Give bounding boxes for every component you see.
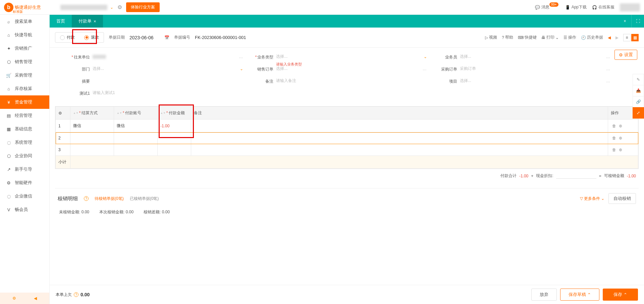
dept-select[interactable]: 选择...⌄ — [93, 66, 243, 73]
sidebar-item-marketing[interactable]: ✦营销推广 — [0, 42, 49, 55]
collapse-icon[interactable]: ◀ — [34, 296, 37, 301]
radio-payment[interactable]: 付款 — [55, 33, 79, 42]
view-list-icon[interactable]: ≡ — [623, 34, 631, 41]
info-icon[interactable]: ? — [74, 292, 78, 297]
col-account[interactable]: ▲▼付款账号 — [114, 107, 158, 120]
ops-link[interactable]: ☰ 操作 — [564, 35, 576, 40]
settings-button[interactable]: ⚙设置 — [614, 50, 637, 60]
cell-amount[interactable]: -1.00 — [158, 120, 191, 132]
cell-account[interactable] — [114, 144, 158, 156]
prev-arrow-icon[interactable]: ◀ — [608, 35, 611, 40]
col-amount[interactable]: ▲▼付款金额 — [158, 107, 191, 120]
cell-account[interactable] — [114, 132, 158, 144]
support-link[interactable]: 🎧 在线客服 — [592, 4, 614, 10]
sidebar-item-sales[interactable]: ⬡销售管理 — [0, 55, 49, 69]
biztype-select[interactable]: 选择...⌄ — [276, 54, 427, 60]
help-link[interactable]: ? 帮助 — [502, 35, 513, 40]
col-remark[interactable]: 备注 — [191, 107, 608, 120]
shortcut-link[interactable]: ⌨ 快捷键 — [518, 35, 537, 40]
view-card-icon[interactable]: ▦ — [631, 34, 639, 41]
sidebar-item-member[interactable]: V畅会员 — [0, 203, 49, 216]
gear-icon[interactable]: ⚙ — [117, 4, 122, 10]
user-avatar[interactable] — [620, 3, 640, 11]
print-link[interactable]: 🖶 打印 ⌄ — [541, 35, 559, 40]
total-value: -1.00 — [519, 174, 528, 178]
sidebar-item-finance[interactable]: ¥资金管理 — [0, 95, 49, 109]
delete-icon[interactable]: 🗑 — [612, 124, 616, 128]
test1-input[interactable]: 请输入测试1 — [93, 90, 201, 97]
float-attach-icon[interactable]: 🔗 — [633, 96, 644, 107]
sidebar-item-hardware[interactable]: ⚙智能硬件 — [0, 176, 49, 189]
salesorder-select[interactable]: 选择...… — [276, 66, 427, 73]
cell-settle[interactable]: 微信 — [70, 120, 114, 132]
company-selector[interactable]: ⌄ — [60, 5, 113, 10]
remark-input[interactable]: 请输入备注 — [276, 78, 427, 85]
header-right: 💬 消息 99+ 📱 App下载 🎧 在线客服 — [535, 3, 640, 11]
save-draft-button[interactable]: 保存草稿 ⌃ — [560, 289, 599, 301]
cell-remark[interactable] — [191, 120, 608, 132]
add-icon[interactable]: ⊕ — [619, 147, 622, 152]
cell-settle[interactable] — [70, 132, 114, 144]
headset-icon: 🎧 — [592, 5, 597, 10]
abandon-button[interactable]: 放弃 — [531, 289, 557, 301]
auto-verify-button[interactable]: 自动核销 — [608, 193, 636, 204]
settings-icon[interactable]: ⚙ — [12, 296, 16, 301]
tab-pending[interactable]: 待核销单据(0笔) — [95, 196, 124, 202]
next-arrow-icon[interactable]: ▶ — [615, 35, 619, 40]
sidebar-item-business[interactable]: ▤经营管理 — [0, 109, 49, 122]
delete-icon[interactable]: 🗑 — [612, 136, 616, 140]
radio-refund[interactable]: 退款 — [79, 33, 104, 42]
sidebar-item-inventory[interactable]: ⌂库存核算 — [0, 82, 49, 95]
sidebar-item-system[interactable]: ◌系统管理 — [0, 136, 49, 149]
project-select[interactable]: 选择...… — [460, 78, 610, 85]
history-link[interactable]: 🕘 历史单据 — [581, 35, 603, 40]
purchorder-select[interactable]: 采购订单… — [460, 66, 610, 73]
table-row[interactable]: 3 🗑⊕ — [56, 144, 638, 156]
cell-amount[interactable] — [158, 132, 191, 144]
vip-icon: V — [6, 207, 11, 212]
sidebar-item-wechat[interactable]: ◌企业微信 — [0, 189, 49, 203]
hex-icon: ⬡ — [6, 153, 11, 159]
float-note-icon[interactable]: ✎ — [633, 74, 644, 85]
partner-select[interactable]: … — [93, 54, 243, 60]
table-row[interactable]: 1 微信 微信 -1.00 🗑⊕ — [56, 120, 638, 132]
cell-settle[interactable] — [70, 144, 114, 156]
messages-link[interactable]: 💬 消息 99+ — [535, 4, 560, 10]
float-inbox-icon[interactable]: 📥 — [633, 85, 644, 96]
fullscreen-icon[interactable]: ⛶ — [631, 15, 644, 28]
cell-amount[interactable] — [158, 144, 191, 156]
col-gear[interactable]: ⚙ — [56, 107, 70, 120]
float-expand-icon[interactable]: ⤢ — [633, 107, 644, 119]
table-row[interactable]: 2 🗑⊕ — [56, 132, 638, 144]
save-button[interactable]: 保存 ⌃ — [603, 289, 638, 301]
tab-payment[interactable]: 付款单 × — [72, 15, 103, 28]
discount-input[interactable] — [556, 173, 596, 179]
sidebar-item-quicknav[interactable]: ⌂快捷导航 — [0, 28, 49, 42]
summary-input[interactable] — [93, 81, 243, 82]
add-icon[interactable]: ⊕ — [619, 136, 622, 140]
more-filters[interactable]: ▽ 更多条件 ⌄ — [580, 196, 604, 202]
close-icon[interactable]: × — [94, 19, 96, 24]
trial-button[interactable]: 体验行业方案 — [126, 2, 160, 12]
calendar-icon[interactable]: 📅 — [164, 35, 169, 40]
sidebar-item-search[interactable]: ⌕搜索菜单 — [0, 15, 49, 28]
video-link[interactable]: ▷ 视频 — [485, 35, 497, 40]
sidebar-item-basic[interactable]: ▦基础信息 — [0, 122, 49, 136]
sidebar-item-guide[interactable]: ↗新手引导 — [0, 163, 49, 176]
cell-remark[interactable] — [191, 144, 608, 156]
cell-remark[interactable] — [191, 132, 608, 144]
salesperson-select[interactable]: 选择...… — [460, 54, 610, 60]
sidebar-item-purchase[interactable]: 🛒采购管理 — [0, 69, 49, 82]
cell-account[interactable]: 微信 — [114, 120, 158, 132]
tab-close-all[interactable]: × — [619, 15, 631, 28]
info-icon[interactable]: ? — [84, 196, 89, 201]
tab-done[interactable]: 已核销单据(0笔) — [130, 196, 159, 202]
col-settle[interactable]: ▲▼结算方式 — [70, 107, 114, 120]
sidebar-item-collab[interactable]: ⬡企业协同 — [0, 149, 49, 163]
date-input[interactable] — [129, 35, 160, 40]
add-icon[interactable]: ⊕ — [619, 124, 622, 128]
app-download-link[interactable]: 📱 App下载 — [565, 4, 587, 10]
tab-home[interactable]: 首页 — [50, 15, 72, 28]
wechat-icon: ◌ — [6, 193, 11, 199]
delete-icon[interactable]: 🗑 — [612, 147, 616, 152]
